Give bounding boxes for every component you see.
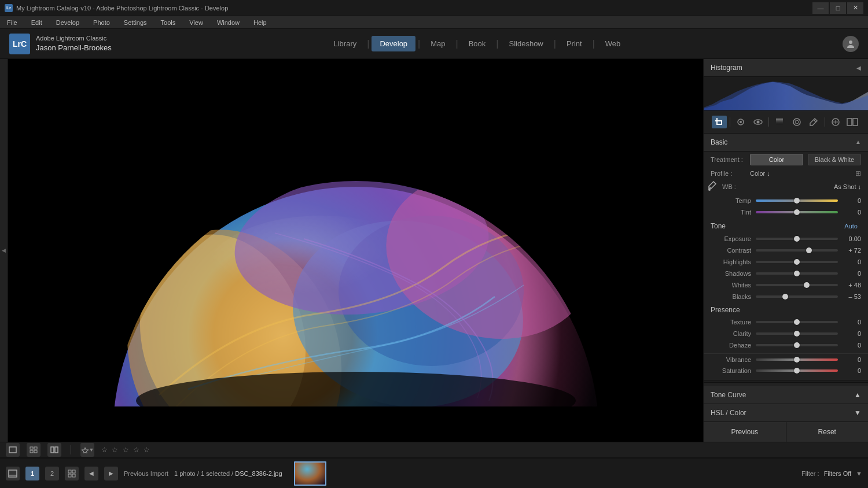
tone-curve-section-header[interactable]: Tone Curve ▲ — [704, 386, 868, 404]
treatment-bw-button[interactable]: Black & White — [808, 154, 861, 165]
tint-slider-thumb[interactable] — [794, 209, 800, 215]
nav-book[interactable]: Book — [461, 36, 494, 51]
star-5[interactable]: ☆ — [144, 446, 151, 454]
menu-photo[interactable]: Photo — [91, 18, 112, 27]
left-panel-toggle[interactable]: ◀ — [0, 59, 8, 442]
clarity-slider-track[interactable] — [756, 332, 838, 335]
svg-point-23 — [795, 120, 799, 124]
nav-map[interactable]: Map — [422, 36, 453, 51]
filmstrip-view-icon[interactable] — [6, 467, 20, 480]
tone-auto-button[interactable]: Auto — [841, 221, 861, 231]
vibrance-slider-track[interactable] — [756, 358, 838, 361]
exposure-slider-track[interactable] — [756, 238, 838, 240]
vibrance-slider-thumb[interactable] — [794, 357, 800, 363]
temp-slider-track[interactable] — [756, 199, 838, 202]
previous-button[interactable]: Previous — [704, 422, 786, 442]
filter-value[interactable]: Filters Off — [824, 470, 851, 477]
reset-button[interactable]: Reset — [786, 422, 869, 442]
radial-filter-icon[interactable] — [789, 116, 804, 128]
dehaze-slider-thumb[interactable] — [794, 342, 800, 348]
menu-file[interactable]: File — [5, 18, 20, 27]
rating-stars[interactable]: ☆ ☆ ☆ ☆ ☆ — [101, 446, 151, 454]
menu-window[interactable]: Window — [215, 18, 242, 27]
svg-rect-29 — [30, 447, 33, 449]
logo-text: Adobe Lightroom Classic Jason Parnell-Br… — [36, 34, 112, 54]
star-4[interactable]: ☆ — [133, 446, 141, 454]
contrast-slider-track[interactable] — [756, 249, 838, 252]
texture-label: Texture — [711, 319, 751, 326]
nav-develop[interactable]: Develop — [372, 36, 415, 51]
profile-grid-icon[interactable]: ⊞ — [855, 169, 861, 178]
user-avatar[interactable] — [843, 36, 859, 52]
menu-help[interactable]: Help — [251, 18, 269, 27]
titlebar-controls[interactable]: — □ ✕ — [812, 2, 863, 14]
color-picker-icon[interactable] — [828, 116, 843, 128]
filmstrip-prev-icon[interactable]: ◀ — [84, 467, 98, 480]
wb-eyedropper-icon[interactable] — [708, 181, 720, 193]
filmstrip-2-icon[interactable]: 2 — [45, 467, 59, 480]
hsl-section-header[interactable]: HSL / Color ▼ — [704, 404, 868, 422]
maximize-button[interactable]: □ — [830, 2, 846, 14]
menu-view[interactable]: View — [187, 18, 205, 27]
loupe-view-button[interactable] — [6, 443, 20, 457]
treatment-color-button[interactable]: Color — [750, 154, 803, 165]
star-3[interactable]: ☆ — [123, 446, 130, 454]
blacks-slider-track[interactable] — [756, 295, 838, 298]
filmstrip-grid-icon[interactable] — [65, 467, 79, 480]
tint-slider-track[interactable] — [756, 211, 838, 213]
rating-dropdown-button[interactable]: ▼ — [80, 443, 94, 457]
crop-tool-icon[interactable] — [712, 116, 727, 128]
shadows-slider-track[interactable] — [756, 272, 838, 275]
profile-value[interactable]: Color ↓ — [750, 170, 851, 177]
menu-settings[interactable]: Settings — [122, 18, 149, 27]
grid-view-button[interactable] — [27, 443, 41, 457]
temp-slider-thumb[interactable] — [794, 198, 800, 204]
filter-dropdown-icon[interactable]: ▼ — [856, 470, 862, 477]
highlights-slider-thumb[interactable] — [794, 259, 800, 265]
blacks-value: – 53 — [843, 293, 861, 300]
menu-edit[interactable]: Edit — [29, 18, 45, 27]
nav-print[interactable]: Print — [558, 36, 590, 51]
adjustment-brush-icon[interactable] — [806, 116, 821, 128]
filmstrip-nav: 1 2 ◀ ▶ Previous Import 1 photo / 1 sele… — [0, 458, 868, 488]
star-1[interactable]: ☆ — [101, 446, 109, 454]
compare-view-button[interactable] — [47, 443, 61, 457]
whites-slider-track[interactable] — [756, 284, 838, 286]
photo-container — [72, 94, 639, 406]
menu-develop[interactable]: Develop — [54, 18, 82, 27]
texture-slider-thumb[interactable] — [794, 319, 800, 325]
dehaze-slider-track[interactable] — [756, 344, 838, 346]
menu-tools[interactable]: Tools — [159, 18, 178, 27]
before-after-icon[interactable] — [845, 116, 860, 128]
close-button[interactable]: ✕ — [847, 2, 863, 14]
histogram-section-header[interactable]: Histogram ◀ — [704, 59, 868, 77]
whites-label: Whites — [711, 282, 751, 289]
thumbnail-image — [295, 463, 325, 485]
blacks-slider-thumb[interactable] — [782, 294, 788, 300]
saturation-slider-thumb[interactable] — [794, 368, 800, 374]
whites-slider-thumb[interactable] — [804, 282, 810, 288]
svg-rect-40 — [68, 474, 71, 477]
basic-section-header[interactable]: Basic ▲ — [704, 134, 868, 151]
filmstrip-thumbnail[interactable] — [294, 461, 326, 486]
spot-removal-icon[interactable] — [733, 116, 748, 128]
saturation-slider-track[interactable] — [756, 369, 838, 372]
svg-rect-25 — [847, 119, 852, 125]
nav-web[interactable]: Web — [597, 36, 629, 51]
contrast-slider-thumb[interactable] — [806, 247, 812, 253]
redeye-tool-icon[interactable] — [751, 116, 766, 128]
gradient-filter-icon[interactable] — [772, 116, 787, 128]
clarity-slider-thumb[interactable] — [794, 331, 800, 337]
filmstrip-next-icon[interactable]: ▶ — [104, 467, 118, 480]
star-2[interactable]: ☆ — [112, 446, 119, 454]
minimize-button[interactable]: — — [812, 2, 829, 14]
exposure-slider-thumb[interactable] — [794, 236, 800, 242]
nav-slideshow[interactable]: Slideshow — [501, 36, 551, 51]
nav-library[interactable]: Library — [325, 36, 365, 51]
highlights-slider-track[interactable] — [756, 261, 838, 263]
filmstrip-1-icon[interactable]: 1 — [25, 467, 39, 480]
wb-value[interactable]: As Shot ↓ — [834, 183, 861, 190]
saturation-slider-row: Saturation 0 — [704, 365, 868, 376]
texture-slider-track[interactable] — [756, 321, 838, 323]
shadows-slider-thumb[interactable] — [794, 271, 800, 276]
